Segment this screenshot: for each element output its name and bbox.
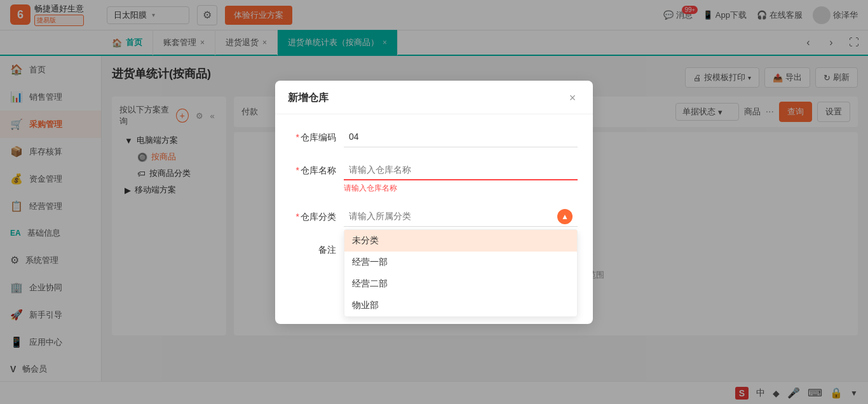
dialog-title: 新增仓库 [288, 91, 329, 105]
dropdown-item-3[interactable]: 物业部 [344, 295, 577, 316]
dialog-body: *仓库编码 *仓库名称 请输入仓库名称 *仓库分类 [275, 114, 593, 268]
category-label: *仓库分类 [290, 206, 336, 227]
dropdown-item-2[interactable]: 经营二部 [344, 273, 577, 295]
name-label: *仓库名称 [290, 160, 336, 180]
dropdown-item-0[interactable]: 未分类 [344, 230, 577, 252]
dialog-close-button[interactable]: × [565, 91, 580, 106]
form-row-code: *仓库编码 [290, 127, 578, 147]
category-input[interactable] [344, 206, 578, 227]
category-dropdown-toggle[interactable]: ▲ [557, 209, 573, 224]
dialog-header: 新增仓库 × [275, 81, 593, 114]
code-input[interactable] [344, 127, 578, 147]
code-label: *仓库编码 [290, 127, 336, 147]
new-warehouse-dialog: 新增仓库 × *仓库编码 *仓库名称 请输入仓库名称 [275, 81, 593, 324]
dropdown-item-1[interactable]: 经营一部 [344, 252, 577, 273]
form-row-name: *仓库名称 请输入仓库名称 [290, 160, 578, 194]
category-dropdown-list: 未分类 经营一部 经营二部 物业部 [344, 229, 578, 317]
name-error: 请输入仓库名称 [344, 183, 578, 194]
name-input[interactable] [344, 160, 578, 180]
dialog-overlay: 新增仓库 × *仓库编码 *仓库名称 请输入仓库名称 [0, 0, 868, 404]
note-label: 备注 [290, 239, 336, 260]
name-control: 请输入仓库名称 [344, 160, 578, 194]
category-control: ▲ 未分类 经营一部 经营二部 物业部 [344, 206, 578, 227]
form-row-category: *仓库分类 ▲ 未分类 经营一部 经营二部 物业部 [290, 206, 578, 227]
category-select-wrap: ▲ [344, 206, 578, 227]
code-control [344, 127, 578, 147]
